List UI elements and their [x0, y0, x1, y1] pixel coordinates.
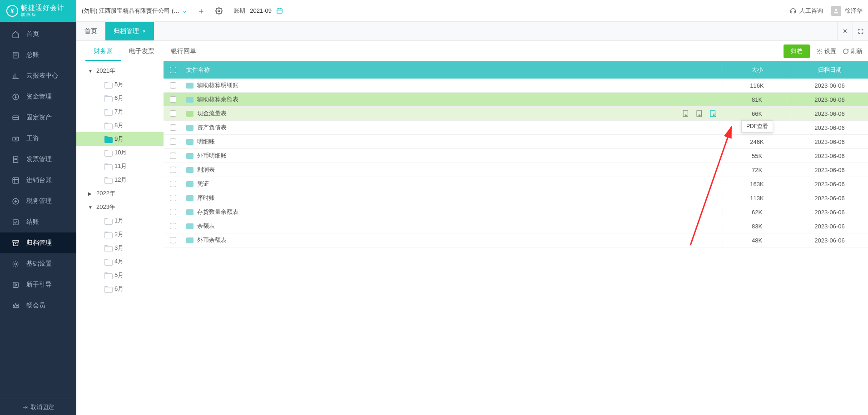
- row-checkbox[interactable]: [170, 96, 176, 103]
- file-date: 2023-06-06: [791, 82, 868, 89]
- row-checkbox[interactable]: [170, 209, 176, 215]
- file-icon: [186, 111, 193, 117]
- tree-month[interactable]: 12月: [76, 173, 164, 187]
- row-checkbox[interactable]: [170, 138, 176, 145]
- company-selector[interactable]: (勿删) 江西服宝精品有限责任公司 (… ⌄: [82, 7, 187, 15]
- table-row[interactable]: 利润表72K2023-06-06: [164, 163, 868, 177]
- file-size: 116K: [723, 82, 791, 89]
- sub-tab[interactable]: 财务账: [85, 43, 121, 61]
- table-row[interactable]: 现金流量表66K2023-06-06: [164, 107, 868, 121]
- row-checkbox[interactable]: [170, 223, 176, 229]
- select-all-checkbox[interactable]: [170, 67, 176, 73]
- tree-month[interactable]: 1月: [76, 214, 164, 227]
- unpin-icon: ⇥: [23, 404, 28, 410]
- period-value[interactable]: 2021-09: [250, 7, 272, 14]
- tree-year[interactable]: 2022年: [76, 187, 164, 200]
- row-checkbox[interactable]: [170, 237, 176, 243]
- nav-item-chart[interactable]: 云报表中心: [0, 65, 76, 86]
- download-xls-icon[interactable]: [682, 109, 690, 118]
- tree-label: 9月: [114, 135, 124, 143]
- tree-year[interactable]: 2023年: [76, 200, 164, 214]
- sub-tab-row: 财务账电子发票银行回单 归档 设置 刷新: [76, 41, 868, 61]
- nav-item-guide[interactable]: 新手引导: [0, 274, 76, 295]
- support-link[interactable]: 人工咨询: [789, 7, 823, 15]
- user-menu[interactable]: 徐泽华: [831, 6, 863, 16]
- tree-label: 7月: [114, 108, 124, 116]
- table-row[interactable]: 存货数量余额表62K2023-06-06: [164, 205, 868, 219]
- calendar-icon[interactable]: [276, 7, 283, 14]
- table-row[interactable]: 明细账246K2023-06-06: [164, 135, 868, 149]
- row-checkbox[interactable]: [170, 181, 176, 187]
- tree-month[interactable]: 5月: [76, 268, 164, 282]
- row-checkbox[interactable]: [170, 167, 176, 173]
- table-row[interactable]: 辅助核算明细账116K2023-06-06: [164, 79, 868, 93]
- nav-item-stock[interactable]: 进销台账: [0, 170, 76, 191]
- tree-month[interactable]: 6月: [76, 282, 164, 296]
- table-row[interactable]: 凭证163K2023-06-06: [164, 177, 868, 191]
- tree-month[interactable]: 2月: [76, 227, 164, 241]
- page-tab[interactable]: 归档管理×: [105, 22, 154, 40]
- nav-label: 资金管理: [26, 93, 52, 101]
- caret-icon: [88, 69, 94, 74]
- file-icon: [186, 209, 193, 215]
- unpin-sidebar[interactable]: ⇥ 取消固定: [0, 399, 76, 415]
- tree-month[interactable]: 4月: [76, 255, 164, 268]
- tree-month[interactable]: 11月: [76, 159, 164, 173]
- archive-button[interactable]: 归档: [784, 44, 810, 58]
- gear-icon[interactable]: [215, 7, 223, 15]
- nav-item-money[interactable]: 资金管理: [0, 86, 76, 107]
- tree-month[interactable]: 6月: [76, 91, 164, 105]
- download-pdf-icon[interactable]: [695, 109, 704, 118]
- add-icon[interactable]: ＋: [197, 5, 205, 16]
- nav-item-ledger[interactable]: 总账: [0, 44, 76, 65]
- folder-icon: [104, 109, 112, 115]
- nav-item-home[interactable]: 首页: [0, 24, 76, 44]
- tree-year[interactable]: 2021年: [76, 64, 164, 78]
- tree-month[interactable]: 9月: [76, 132, 164, 146]
- svg-point-31: [835, 9, 838, 11]
- tree-month[interactable]: 10月: [76, 146, 164, 159]
- pdf-view-icon[interactable]: [709, 109, 717, 118]
- folder-icon: [104, 272, 112, 278]
- table-row[interactable]: 序时账113K2023-06-06: [164, 191, 868, 205]
- nav-item-asset[interactable]: 固定资产: [0, 107, 76, 128]
- file-icon: [186, 167, 193, 173]
- refresh-link[interactable]: 刷新: [843, 47, 863, 55]
- file-icon: [186, 153, 193, 159]
- folder-icon: [104, 245, 112, 251]
- nav-item-tax[interactable]: 税务管理: [0, 191, 76, 212]
- tree-month[interactable]: 5月: [76, 78, 164, 91]
- table-row[interactable]: 辅助核算余额表81K2023-06-06: [164, 93, 868, 107]
- settings-link[interactable]: 设置: [816, 47, 836, 55]
- nav-item-settings[interactable]: 基础设置: [0, 253, 76, 274]
- row-checkbox[interactable]: [170, 195, 176, 201]
- tree-month[interactable]: 8月: [76, 119, 164, 132]
- close-icon[interactable]: ×: [143, 28, 146, 35]
- tree-month[interactable]: 7月: [76, 105, 164, 119]
- fullscreen-button[interactable]: [853, 22, 868, 41]
- nav-item-vip[interactable]: 畅会员: [0, 295, 76, 316]
- row-checkbox[interactable]: [170, 82, 176, 89]
- col-header-name: 文件名称: [186, 66, 210, 74]
- row-checkbox[interactable]: [170, 110, 176, 117]
- folder-icon: [104, 259, 112, 265]
- nav-item-salary[interactable]: 工资: [0, 128, 76, 149]
- nav-item-invoice[interactable]: 发票管理: [0, 149, 76, 170]
- svg-point-26: [218, 10, 220, 12]
- row-checkbox[interactable]: [170, 124, 176, 131]
- table-row[interactable]: 余额表83K2023-06-06: [164, 219, 868, 233]
- headset-icon: [789, 7, 797, 15]
- table-row[interactable]: 外币明细账55K2023-06-06: [164, 149, 868, 163]
- tree-month[interactable]: 3月: [76, 241, 164, 255]
- close-tab-button[interactable]: ✕: [837, 22, 853, 41]
- sub-tab[interactable]: 银行回单: [163, 43, 204, 61]
- nav-item-archive[interactable]: 归档管理: [0, 232, 76, 253]
- nav-item-close-period[interactable]: 结账: [0, 212, 76, 232]
- sub-tab[interactable]: 电子发票: [121, 43, 163, 61]
- svg-rect-27: [277, 9, 282, 13]
- nav-label: 新手引导: [26, 281, 52, 289]
- row-checkbox[interactable]: [170, 153, 176, 159]
- table-row[interactable]: 外币余额表48K2023-06-06: [164, 233, 868, 247]
- page-tab[interactable]: 首页: [76, 22, 105, 40]
- salary-icon: [11, 135, 20, 143]
